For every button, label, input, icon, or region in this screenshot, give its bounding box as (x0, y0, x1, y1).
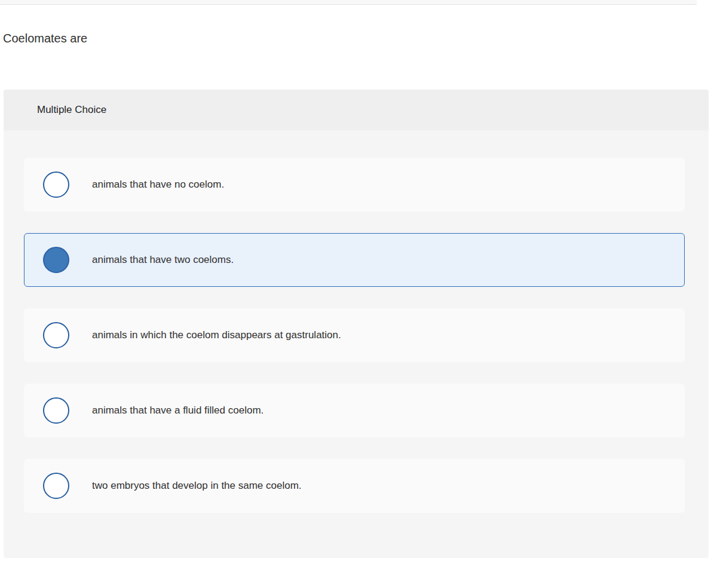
question-card: Multiple Choice animals that have no coe… (4, 90, 709, 558)
option-row[interactable]: animals that have no coelom. (24, 158, 685, 212)
radio-button[interactable] (43, 322, 69, 348)
options-list: animals that have no coelom. animals tha… (4, 130, 709, 513)
question-type-label: Multiple Choice (37, 104, 106, 116)
option-row[interactable]: animals that have two coeloms. (24, 233, 685, 287)
option-row[interactable]: two embryos that develop in the same coe… (24, 459, 685, 513)
question-type-header: Multiple Choice (4, 90, 709, 130)
option-label: animals in which the coelom disappears a… (92, 329, 341, 342)
radio-button[interactable] (43, 473, 69, 499)
option-label: animals that have two coeloms. (92, 253, 234, 267)
radio-button[interactable] (43, 397, 69, 424)
option-row[interactable]: animals that have a fluid filled coelom. (24, 384, 685, 437)
option-row[interactable]: animals in which the coelom disappears a… (24, 308, 685, 362)
option-label: animals that have a fluid filled coelom. (92, 404, 263, 417)
radio-button[interactable] (43, 172, 69, 198)
question-text: Coelomates are (3, 31, 87, 45)
option-label: animals that have no coelom. (92, 178, 224, 191)
radio-button[interactable] (43, 247, 69, 273)
option-label: two embryos that develop in the same coe… (92, 479, 302, 492)
top-toolbar-edge (0, 0, 697, 5)
